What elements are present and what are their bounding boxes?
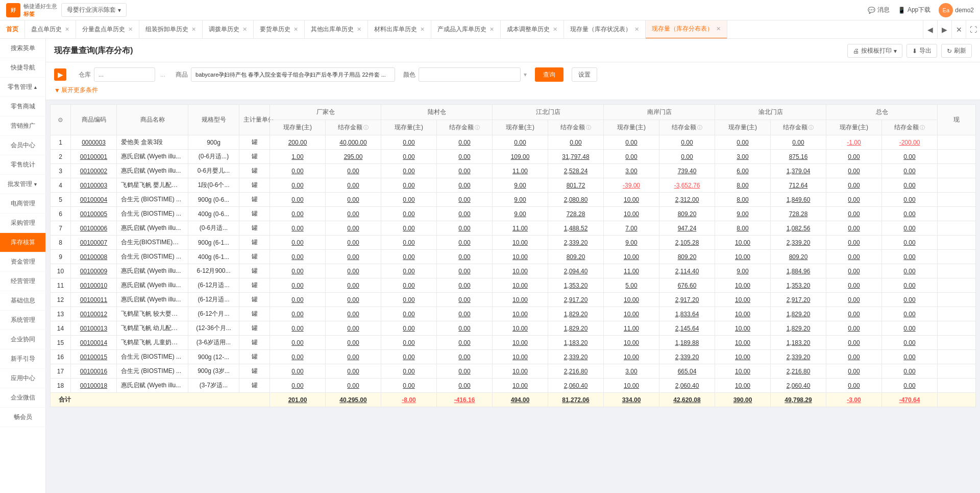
summary-lucun-qty[interactable]: -8.00 bbox=[381, 393, 437, 407]
summary-total-qty[interactable]: -3.00 bbox=[826, 393, 882, 407]
cell-jiangbei-qty[interactable]: 9.00 bbox=[493, 178, 548, 193]
cell-yubei-qty[interactable]: 8.00 bbox=[715, 193, 771, 207]
cell-yubei-qty[interactable]: 6.00 bbox=[715, 164, 771, 178]
cell-lucun-amt[interactable]: 0.00 bbox=[437, 293, 493, 307]
tab-home[interactable]: 首页 bbox=[0, 20, 25, 39]
cell-jiangbei-amt[interactable]: 801.72 bbox=[548, 178, 604, 193]
cell-total-amt[interactable]: 0.00 bbox=[882, 221, 938, 236]
cell-total-amt[interactable]: 0.00 bbox=[882, 379, 938, 393]
cell-code[interactable]: 00100015 bbox=[71, 350, 117, 364]
cell-yubei-amt[interactable]: 2,060.40 bbox=[771, 379, 826, 393]
cell-jiangbei-amt[interactable]: 2,094.40 bbox=[548, 264, 604, 278]
info-icon[interactable]: ⓘ bbox=[920, 125, 925, 130]
cell-yubei-qty[interactable]: 10.00 bbox=[715, 350, 771, 364]
cell-factory-qty[interactable]: 0.00 bbox=[270, 364, 326, 379]
cell-total-qty[interactable]: 0.00 bbox=[826, 236, 882, 250]
cell-yubei-qty[interactable]: 8.00 bbox=[715, 221, 771, 236]
close-icon[interactable]: ✕ bbox=[553, 26, 557, 33]
cell-factory-amt[interactable]: 0.00 bbox=[326, 193, 381, 207]
gear-icon[interactable]: ⚙ bbox=[58, 116, 63, 124]
cell-lucun-amt[interactable]: 0.00 bbox=[437, 164, 493, 178]
cell-lucun-qty[interactable]: 0.00 bbox=[381, 135, 437, 150]
sidebar-item-system[interactable]: 系统管理 bbox=[0, 311, 45, 330]
cell-lucun-qty[interactable]: 0.00 bbox=[381, 321, 437, 336]
cell-nanan-amt[interactable]: 947.24 bbox=[659, 221, 715, 236]
cell-total-amt[interactable]: 0.00 bbox=[882, 264, 938, 278]
color-input[interactable] bbox=[419, 67, 521, 82]
cell-yubei-qty[interactable]: 10.00 bbox=[715, 293, 771, 307]
cell-total-qty[interactable]: 0.00 bbox=[826, 350, 882, 364]
cell-lucun-qty[interactable]: 0.00 bbox=[381, 278, 437, 293]
cell-lucun-amt[interactable]: 0.00 bbox=[437, 236, 493, 250]
cell-lucun-qty[interactable]: 0.00 bbox=[381, 250, 437, 264]
cell-nanan-amt[interactable]: 1,833.64 bbox=[659, 307, 715, 321]
warehouse-input[interactable] bbox=[94, 67, 155, 82]
close-icon[interactable]: ✕ bbox=[716, 26, 721, 32]
cell-jiangbei-qty[interactable]: 9.00 bbox=[493, 207, 548, 221]
cell-total-qty[interactable]: 0.00 bbox=[826, 250, 882, 264]
cell-total-qty[interactable]: 0.00 bbox=[826, 336, 882, 350]
cell-factory-qty[interactable]: 1.00 bbox=[270, 150, 326, 164]
cell-nanan-amt[interactable]: 739.40 bbox=[659, 164, 715, 178]
cell-yubei-qty[interactable]: 10.00 bbox=[715, 379, 771, 393]
cell-total-qty[interactable]: 0.00 bbox=[826, 150, 882, 164]
cell-factory-qty[interactable]: 0.00 bbox=[270, 236, 326, 250]
cell-nanan-amt[interactable]: 809.20 bbox=[659, 250, 715, 264]
cell-total-amt[interactable]: 0.00 bbox=[882, 150, 938, 164]
summary-nanan-amt[interactable]: 42,620.08 bbox=[659, 393, 715, 407]
cell-nanan-qty[interactable]: 10.00 bbox=[604, 336, 659, 350]
summary-factory-qty[interactable]: 201.00 bbox=[270, 393, 326, 407]
cell-total-amt[interactable]: 0.00 bbox=[882, 364, 938, 379]
cell-yubei-amt[interactable]: 2,917.20 bbox=[771, 293, 826, 307]
cell-factory-qty[interactable]: 0.00 bbox=[270, 264, 326, 278]
cell-lucun-amt[interactable]: 0.00 bbox=[437, 350, 493, 364]
cell-jiangbei-amt[interactable]: 2,339.20 bbox=[548, 236, 604, 250]
cell-nanan-qty[interactable]: 11.00 bbox=[604, 321, 659, 336]
close-icon[interactable]: ✕ bbox=[65, 26, 69, 33]
cell-total-qty[interactable]: 0.00 bbox=[826, 379, 882, 393]
cell-nanan-qty[interactable]: 7.00 bbox=[604, 221, 659, 236]
cell-jiangbei-qty[interactable]: 9.00 bbox=[493, 193, 548, 207]
cell-yubei-qty[interactable]: 10.00 bbox=[715, 336, 771, 350]
cell-jiangbei-amt[interactable]: 2,528.24 bbox=[548, 164, 604, 178]
cell-lucun-qty[interactable]: 0.00 bbox=[381, 178, 437, 193]
cell-lucun-amt[interactable]: 0.00 bbox=[437, 207, 493, 221]
cell-lucun-amt[interactable]: 0.00 bbox=[437, 250, 493, 264]
cell-total-amt[interactable]: 0.00 bbox=[882, 250, 938, 264]
cell-factory-amt[interactable]: 295.00 bbox=[326, 150, 381, 164]
cell-lucun-amt[interactable]: 0.00 bbox=[437, 278, 493, 293]
info-icon[interactable]: ⓘ bbox=[475, 125, 480, 130]
sidebar-item-ecommerce[interactable]: 电商管理 bbox=[0, 194, 45, 214]
cell-nanan-amt[interactable]: -3,652.76 bbox=[659, 178, 715, 193]
cell-lucun-qty[interactable]: 0.00 bbox=[381, 221, 437, 236]
cell-nanan-qty[interactable]: 10.00 bbox=[604, 207, 659, 221]
cell-factory-qty[interactable]: 0.00 bbox=[270, 379, 326, 393]
cell-code[interactable]: 00100005 bbox=[71, 207, 117, 221]
close-icon[interactable]: ✕ bbox=[242, 26, 247, 33]
cell-factory-amt[interactable]: 0.00 bbox=[326, 250, 381, 264]
cell-jiangbei-amt[interactable]: 1,353.20 bbox=[548, 278, 604, 293]
cell-jiangbei-amt[interactable]: 1,488.52 bbox=[548, 221, 604, 236]
cell-total-amt[interactable]: -200.00 bbox=[882, 135, 938, 150]
sidebar-item-marketing[interactable]: 营销推广 bbox=[0, 116, 45, 136]
cell-lucun-qty[interactable]: 0.00 bbox=[381, 164, 437, 178]
cell-factory-qty[interactable]: 0.00 bbox=[270, 321, 326, 336]
cell-nanan-qty[interactable]: 3.00 bbox=[604, 364, 659, 379]
cell-nanan-qty[interactable]: 0.00 bbox=[604, 150, 659, 164]
cell-factory-qty[interactable]: 0.00 bbox=[270, 193, 326, 207]
cell-nanan-amt[interactable]: 665.04 bbox=[659, 364, 715, 379]
cell-total-qty[interactable]: 0.00 bbox=[826, 221, 882, 236]
cell-total-amt[interactable]: 0.00 bbox=[882, 178, 938, 193]
cell-lucun-amt[interactable]: 0.00 bbox=[437, 307, 493, 321]
cell-nanan-qty[interactable]: 10.00 bbox=[604, 193, 659, 207]
cell-code[interactable]: 00100007 bbox=[71, 236, 117, 250]
cell-lucun-amt[interactable]: 0.00 bbox=[437, 379, 493, 393]
tab-inventory-status[interactable]: 现存量（库存状况表） ✕ bbox=[564, 20, 646, 39]
cell-total-amt[interactable]: 0.00 bbox=[882, 278, 938, 293]
cell-factory-amt[interactable]: 0.00 bbox=[326, 379, 381, 393]
cell-jiangbei-qty[interactable]: 11.00 bbox=[493, 221, 548, 236]
cell-yubei-qty[interactable]: 10.00 bbox=[715, 307, 771, 321]
cell-yubei-amt[interactable]: 1,829.20 bbox=[771, 307, 826, 321]
cell-jiangbei-amt[interactable]: 1,183.20 bbox=[548, 336, 604, 350]
cell-lucun-qty[interactable]: 0.00 bbox=[381, 207, 437, 221]
